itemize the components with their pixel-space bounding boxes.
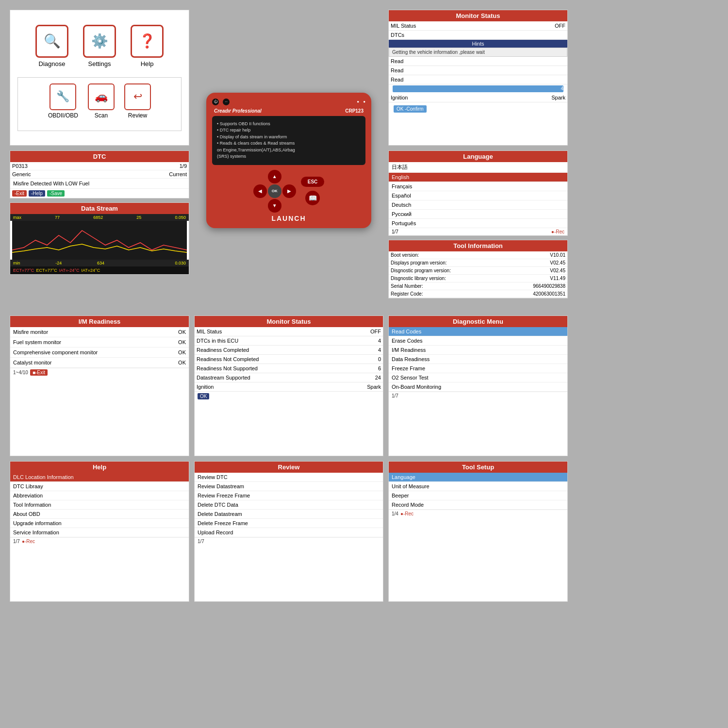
diagnose-item[interactable]: 🔍 Diagnose bbox=[35, 25, 68, 67]
display-version-value: V02.45 bbox=[550, 260, 565, 265]
stat-min-4: 0.030 bbox=[175, 261, 186, 265]
dpad-down[interactable]: ▼ bbox=[268, 199, 281, 213]
lang-item-de[interactable]: Deutsch bbox=[389, 200, 567, 210]
book-button[interactable]: 📖 bbox=[305, 191, 320, 205]
help-about-obd[interactable]: About OBD bbox=[10, 510, 189, 519]
review-datastream[interactable]: Review Datastream bbox=[195, 482, 383, 491]
main-icons-row: 🔍 Diagnose ⚙️ Settings ❓ Help bbox=[35, 25, 164, 67]
device-buttons: ▲ ◀ OK ▶ ▼ ESC 📖 bbox=[212, 170, 365, 213]
ms2-mil-value: OFF bbox=[370, 329, 381, 334]
setup-language[interactable]: Language bbox=[389, 473, 567, 482]
help-service[interactable]: Service Information bbox=[10, 528, 189, 537]
im-readiness-header: I/M Readiness bbox=[10, 316, 189, 327]
dpad-up[interactable]: ▲ bbox=[268, 170, 281, 183]
lang-item-en[interactable]: English bbox=[389, 173, 567, 182]
setup-record[interactable]: Record Mode bbox=[389, 500, 567, 510]
diag-read-codes[interactable]: Read Codes bbox=[389, 327, 567, 336]
review-panel: Review Review DTC Review Datastream Revi… bbox=[194, 461, 383, 602]
dtc-code-row: P0313 1/9 bbox=[10, 162, 189, 170]
dpad-empty-tr bbox=[282, 170, 296, 183]
ok-confirm-row: OK -Confirm bbox=[389, 102, 567, 116]
help-icon: ❓ bbox=[131, 25, 164, 58]
setup-beeper[interactable]: Beeper bbox=[389, 491, 567, 500]
ms2-ok-badge[interactable]: OK bbox=[198, 393, 209, 399]
delete-freeze[interactable]: Delete Freeze Frame bbox=[195, 519, 383, 528]
setup-unit[interactable]: Unit of Measure bbox=[389, 482, 567, 491]
fuel-label: Fuel system monitor bbox=[13, 339, 61, 345]
lang-rec: ●-Rec bbox=[551, 229, 564, 234]
diag-freeze-frame[interactable]: Freeze Frame bbox=[389, 364, 567, 373]
dtc-footer: -Exit -Help -Save bbox=[10, 189, 189, 198]
review-freeze[interactable]: Review Freeze Frame bbox=[195, 491, 383, 500]
dpad-ok[interactable]: OK bbox=[268, 184, 281, 198]
diag-version-label: Disgnostic program version: bbox=[391, 268, 451, 273]
diag-erase-codes[interactable]: Erase Codes bbox=[389, 336, 567, 346]
help-dtc-lib[interactable]: DTC Libraay bbox=[10, 482, 189, 491]
help-item[interactable]: ❓ Help bbox=[131, 25, 164, 67]
diag-onboard[interactable]: On-Board Monitoring bbox=[389, 382, 567, 392]
diag-o2-sensor[interactable]: O2 Sensor Test bbox=[389, 373, 567, 382]
legend-3: IAT=-24°C bbox=[59, 268, 80, 273]
legend-4: IAT=24°C bbox=[81, 268, 100, 273]
help-label: Help bbox=[141, 60, 154, 67]
device-screen: • Supports OBD II functions • DTC repair… bbox=[212, 116, 365, 165]
diag-version-row: Disgnostic program version: V02.45 bbox=[389, 267, 567, 275]
ok-confirm-label[interactable]: OK -Confirm bbox=[394, 105, 427, 113]
stat-max: max bbox=[13, 215, 21, 220]
review-item[interactable]: ↩ Review bbox=[124, 83, 151, 119]
im-exit-badge: ■-Exit bbox=[30, 369, 48, 376]
lang-item-es[interactable]: Español bbox=[389, 191, 567, 200]
scan-item[interactable]: 🚗 Scan bbox=[88, 83, 115, 119]
register-value: 420063001351 bbox=[533, 291, 565, 297]
help-page: 1/7 bbox=[13, 539, 20, 544]
boot-version-row: Boot version: V10.01 bbox=[389, 251, 567, 259]
ms2-mil-label: MIL Status bbox=[197, 329, 222, 334]
settings-item[interactable]: ⚙️ Settings bbox=[83, 25, 116, 67]
help-upgrade[interactable]: Upgrade information bbox=[10, 519, 189, 528]
lib-version-value: V11.49 bbox=[550, 276, 565, 281]
obdii-item[interactable]: 🔧 OBDII/OBD bbox=[48, 83, 78, 119]
scan-icon: 🚗 bbox=[88, 83, 115, 110]
settings-icon: ⚙️ bbox=[83, 25, 116, 58]
ms2-not-supported-value: 6 bbox=[378, 365, 381, 371]
lang-item-fr[interactable]: Français bbox=[389, 182, 567, 191]
col3-row2-stack: Language 日本語 English Français Español De… bbox=[388, 150, 568, 311]
stat-max-2: 6852 bbox=[93, 215, 103, 220]
delete-datastream[interactable]: Delete Datastream bbox=[195, 510, 383, 519]
feature-3: • Display of dats stream in wareform bbox=[217, 134, 361, 141]
diagnose-icon: 🔍 bbox=[35, 25, 68, 58]
dpad-right[interactable]: ▶ bbox=[282, 184, 296, 198]
lang-item-jp[interactable]: 日本語 bbox=[389, 162, 567, 173]
read-3-label: Read bbox=[391, 77, 403, 83]
delete-dtc[interactable]: Delete DTC Data bbox=[195, 500, 383, 510]
setup-footer: 1/4 ●-Rec bbox=[389, 510, 567, 517]
dpad-left[interactable]: ◀ bbox=[253, 184, 267, 198]
lang-item-ru[interactable]: Русский bbox=[389, 210, 567, 219]
hints-text: Getting the vehicle information ,please … bbox=[389, 48, 567, 57]
diag-im-readiness[interactable]: I/M Readiness bbox=[389, 346, 567, 355]
dtc-counter: 1/9 bbox=[180, 163, 187, 169]
settings-label: Settings bbox=[88, 60, 111, 67]
catalyst-row: Catalyst monitor OK bbox=[10, 358, 189, 368]
comprehensive-value: OK bbox=[178, 349, 186, 355]
help-abbrev[interactable]: Abbreviation bbox=[10, 491, 189, 500]
device-model-label: CRP123 bbox=[345, 108, 364, 114]
lang-page: 1/7 bbox=[392, 229, 398, 234]
display-version-row: Displays program version: V02.45 bbox=[389, 259, 567, 267]
chart-stats-max: max 77 6852 25 0.050 bbox=[10, 214, 189, 221]
main-menu-panel: 🔍 Diagnose ⚙️ Settings ❓ Help 🔧 OBDII/OB… bbox=[10, 10, 189, 146]
help-dlc[interactable]: DLC Location Information bbox=[10, 473, 189, 482]
lang-item-pt[interactable]: Português bbox=[389, 219, 567, 228]
help-tool-info[interactable]: Tool Information bbox=[10, 500, 189, 510]
mil-status-value: OFF bbox=[555, 23, 565, 29]
feature-2: • DTC repair help bbox=[217, 127, 361, 134]
diag-data-readiness[interactable]: Data Readiness bbox=[389, 355, 567, 364]
esc-button[interactable]: ESC bbox=[301, 177, 325, 187]
upload-record[interactable]: Upload Record bbox=[195, 528, 383, 537]
monitor-status2-header: Monitor Status bbox=[195, 316, 383, 327]
chart-svg bbox=[12, 221, 187, 260]
diag-page: 1/7 bbox=[392, 393, 398, 398]
monitor-status-top-header: Monitor Status bbox=[389, 10, 567, 21]
device-features: • Supports OBD II functions • DTC repair… bbox=[217, 121, 361, 160]
review-dtc[interactable]: Review DTC bbox=[195, 473, 383, 482]
